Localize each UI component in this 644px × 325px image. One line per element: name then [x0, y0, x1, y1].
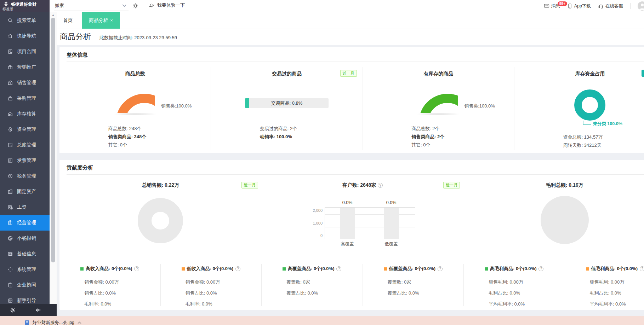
- stat-low-coverage: 低覆盖商品: 0个(0.0%) ? 覆盖数: 0家 覆盖占比: 0.0%: [363, 264, 464, 306]
- sidebar-item-general-ledger[interactable]: 总账管理: [0, 137, 50, 153]
- stat-high-coverage: 高覆盖商品: 0个(0.0%) ? 覆盖数: 0家 覆盖占比: 0.0%: [261, 264, 363, 306]
- legend-label: 低收入商品: 0个(0.0%): [187, 266, 233, 272]
- sidebar-item-label: 销售管理: [17, 80, 36, 86]
- stat-line: 其它: 0个: [411, 141, 465, 149]
- sidebar-item-quick-nav[interactable]: 快捷导航: [0, 28, 50, 44]
- scroll-up-icon[interactable]: ▲: [50, 13, 57, 17]
- tab-active-label: 商品分析: [89, 17, 108, 24]
- collapse-sidebar-icon[interactable]: [35, 307, 41, 313]
- stat-line: 平均毛利率: 0.0%: [489, 298, 545, 309]
- account-dropdown[interactable]: 搬家: [55, 2, 64, 9]
- experience-button[interactable]: 我要体验一下: [149, 2, 185, 8]
- floating-widget-edge[interactable]: [642, 70, 644, 77]
- stat-line: 毛利率: 0.0%: [186, 298, 241, 309]
- download-bar-divider: [84, 318, 84, 325]
- sidebar-item-funds[interactable]: 资金管理: [0, 122, 50, 137]
- g-logo-icon: [7, 236, 13, 241]
- sidebar-item-xiaochang-expense[interactable]: 小畅报销: [0, 231, 50, 246]
- tab-product-analysis[interactable]: 商品分析 ×: [82, 12, 120, 29]
- messages-button[interactable]: 消息 99+: [544, 3, 560, 9]
- stat-line: 周转天数: 34212天: [563, 141, 617, 149]
- app-download-button[interactable]: App下载: [567, 3, 591, 9]
- sidebar-item-label: 固定资产: [17, 188, 36, 195]
- sidebar-item-inventory[interactable]: 库存核算: [0, 106, 50, 122]
- help-icon[interactable]: ?: [235, 266, 240, 271]
- sidebar-item-search-menu[interactable]: 搜索菜单: [0, 13, 50, 28]
- caret-up-icon: [78, 321, 81, 324]
- sidebar-item-fixed-assets[interactable]: 固定资产: [0, 184, 50, 199]
- sidebar-item-sales[interactable]: 销售管理: [0, 75, 50, 91]
- stat-line: 销售金额: 0.00万: [84, 277, 140, 288]
- stat-line: 销售毛利: 0.00万: [489, 277, 545, 288]
- user-avatar[interactable]: [638, 1, 644, 11]
- sidebar-item-invoices[interactable]: 发票管理: [0, 153, 50, 168]
- online-service-label: 在线客服: [605, 3, 623, 9]
- stat-low-margin: 低毛利商品: 0个(0.0%) ? 销售毛利: 0.00万 毛利占比: 0.0%…: [565, 264, 644, 306]
- stat-line: 销售类商品: 2个: [411, 133, 465, 141]
- chart-title: 总销售额: 0.22万: [59, 182, 262, 188]
- tab-home[interactable]: 首页: [57, 12, 79, 29]
- app-edition: 标准版: [2, 7, 13, 12]
- sidebar-scrollbar[interactable]: ▲ ▼: [50, 12, 57, 315]
- empty-donut-chart: [138, 198, 183, 243]
- chevron-down-icon[interactable]: [122, 4, 126, 7]
- empty-pie-chart: [541, 196, 589, 244]
- stat-line: 销售金额: 0.00万: [186, 277, 241, 288]
- sidebar-item-label: 新手引导: [17, 297, 36, 304]
- card-traded-products: 交易过的商品 近一月 交易商品: 0.8% 交易过的商品: 2个 动销率: 10…: [211, 67, 363, 150]
- sidebar-item-business-management[interactable]: 经营管理: [0, 215, 50, 231]
- stat-line: 销售占比: 0.0%: [186, 288, 241, 298]
- sidebar-item-marketing[interactable]: 营销推广: [0, 59, 50, 75]
- help-icon[interactable]: ?: [538, 266, 543, 271]
- clipboard-icon: [7, 220, 13, 226]
- stat-line: 交易过的商品: 2个: [260, 124, 314, 133]
- sidebar-item-tax[interactable]: 税务管理: [0, 168, 50, 184]
- scrollbar-thumb[interactable]: [51, 18, 55, 262]
- stat-low-income: 低收入商品: 0个(0.0%) ? 销售金额: 0.00万 销售占比: 0.0%…: [160, 264, 262, 306]
- chart-title: 客户数: 2648家: [342, 182, 376, 188]
- chart-total-sales: 总销售额: 0.22万 近一月: [59, 178, 262, 264]
- sidebar-item-enterprise-collab[interactable]: 企业协同: [0, 277, 50, 293]
- payroll-icon: [7, 204, 13, 210]
- gear-icon[interactable]: [132, 3, 138, 9]
- stat-line: 覆盖数: 0家: [388, 277, 444, 288]
- callout-line: [582, 121, 591, 126]
- system-loop-icon: [7, 267, 13, 272]
- bar-value-label: 0.0%: [386, 200, 397, 205]
- collab-clipboard-icon: [7, 282, 13, 288]
- legend-label: 低毛利商品: 0个(0.0%): [591, 266, 638, 272]
- experience-label: 我要体验一下: [157, 2, 185, 8]
- legend-orange-marker: [586, 267, 589, 271]
- help-icon[interactable]: ?: [438, 266, 443, 271]
- sidebar-item-purchasing[interactable]: 采购管理: [0, 91, 50, 106]
- sidebar-item-payroll[interactable]: 工资: [0, 199, 50, 215]
- x-label: 低覆盖: [384, 241, 398, 247]
- help-icon[interactable]: ?: [378, 183, 383, 188]
- app-title: 畅捷通好业财: [11, 1, 36, 7]
- download-item[interactable]: 好业财新服务...会.jpg: [25, 320, 81, 325]
- settings-gear-icon[interactable]: [10, 307, 16, 313]
- sidebar-item-system[interactable]: 系统管理: [0, 262, 50, 277]
- sidebar-item-basic-info[interactable]: 基础信息: [0, 246, 50, 262]
- sidebar-item-label: 项目合同: [17, 48, 36, 55]
- stat-line: 毛利率: 0.0%: [84, 298, 140, 309]
- help-icon[interactable]: ?: [640, 266, 644, 271]
- x-label: 高覆盖: [341, 241, 354, 247]
- chart-gross-profit: 毛利总额: 0.16万: [463, 178, 644, 264]
- close-icon[interactable]: ×: [110, 18, 113, 23]
- phone-icon: [567, 3, 572, 9]
- card-title: 交易过的商品: [211, 71, 362, 77]
- y-tick: 2,000: [308, 208, 323, 213]
- help-icon[interactable]: ?: [134, 266, 139, 271]
- sidebar-item-label: 搜索菜单: [17, 17, 36, 24]
- online-service-button[interactable]: 在线客服: [598, 3, 623, 9]
- help-icon[interactable]: ?: [336, 266, 341, 271]
- page-header: 商品分析 此数据截止时间: 2023-03-23 23:59:59: [57, 29, 644, 45]
- sidebar-item-project-contract[interactable]: 项目合同: [0, 44, 50, 59]
- sidebar-item-label: 资金管理: [17, 126, 36, 133]
- overview-section: 整体信息 商品总数 销售类:100.0% 商品总数: 248个 销售类商品: 2…: [59, 47, 644, 153]
- overview-section-title: 整体信息: [67, 47, 644, 62]
- sidebar-item-label: 发票管理: [17, 157, 36, 164]
- stat-line: 资金总额: 134.57万: [563, 133, 617, 141]
- file-icon: [25, 320, 29, 325]
